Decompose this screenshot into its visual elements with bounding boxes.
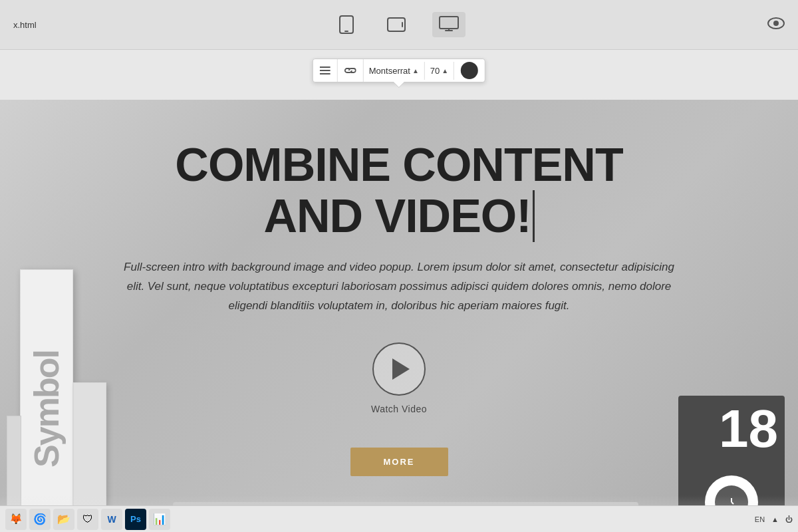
taskbar-extra-icon[interactable]: 📊: [149, 509, 170, 530]
browser-tab-title: x.html: [13, 20, 37, 30]
link-button[interactable]: [338, 59, 364, 82]
svg-point-8: [773, 21, 779, 26]
mobile-icon[interactable]: [332, 11, 360, 38]
taskbar-icon-2[interactable]: 🌀: [29, 509, 51, 530]
play-circle[interactable]: [372, 342, 426, 396]
taskbar-photoshop-icon[interactable]: Ps: [125, 509, 146, 530]
browser-chrome: x.html: [0, 0, 798, 50]
font-size-label: 70: [430, 66, 440, 76]
font-arrow-icon: ▲: [412, 67, 419, 74]
hero-section: Symbol 18 Tue Wed Thu Fri Sat Sun: [0, 100, 798, 532]
editor-toolbar: Montserrat ▲ 70 ▲: [313, 59, 485, 82]
svg-rect-4: [440, 17, 458, 29]
font-size-selector[interactable]: 70 ▲: [425, 62, 454, 80]
taskbar-lang: EN: [755, 515, 765, 523]
taskbar-right: EN ▲ ⏻: [755, 515, 793, 523]
preview-eye-icon[interactable]: [767, 16, 785, 33]
text-cursor: [531, 190, 535, 242]
taskbar-firefox-icon[interactable]: 🦊: [5, 509, 27, 530]
align-button[interactable]: [313, 59, 338, 82]
tablet-icon[interactable]: [380, 13, 412, 36]
size-arrow-icon: ▲: [442, 67, 448, 74]
taskbar-arrow-up-icon: ▲: [771, 515, 779, 523]
taskbar-word-icon[interactable]: W: [101, 509, 122, 530]
color-picker[interactable]: [461, 62, 478, 79]
device-icons: [332, 11, 466, 38]
taskbar-antivirus-icon[interactable]: 🛡: [77, 509, 98, 530]
hero-title-line1: COMBINE CONTENT: [175, 139, 622, 191]
taskbar: 🦊 🌀 📂 🛡 W Ps 📊 EN ▲ ⏻: [0, 505, 798, 532]
font-name-label: Montserrat: [369, 66, 410, 76]
hero-content: COMBINE CONTENT and VIDEO! Full-screen i…: [0, 100, 798, 532]
hero-title-line2: and VIDEO!: [263, 190, 534, 242]
more-button[interactable]: MORE: [350, 448, 448, 476]
desktop-icon[interactable]: [432, 12, 466, 37]
taskbar-power-icon: ⏻: [785, 515, 793, 523]
hero-subtitle: Full-screen intro with background image …: [100, 258, 698, 316]
hero-title: COMBINE CONTENT and VIDEO!: [175, 140, 622, 242]
play-triangle-icon: [392, 358, 410, 380]
play-button-wrap[interactable]: Watch Video: [371, 342, 427, 414]
font-selector[interactable]: Montserrat ▲: [364, 62, 425, 80]
taskbar-filezilla-icon[interactable]: 📂: [53, 509, 74, 530]
watch-video-label: Watch Video: [371, 404, 427, 414]
